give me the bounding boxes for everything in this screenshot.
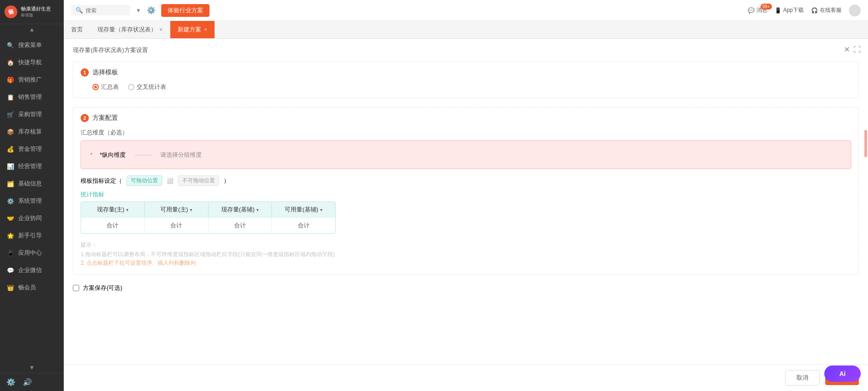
tab-inventory-status[interactable]: 现存量（库存状况表） ×: [90, 21, 170, 38]
main-area: 🔍 ▼ ⚙️ 体验行业方案 💬 消息 99+ 📱 App下载 🎧 在线客服: [64, 0, 868, 391]
panel-scrollbar[interactable]: [864, 130, 867, 157]
sidebar-item-sales[interactable]: 📋 销售管理: [0, 88, 64, 106]
stats-header-row: 现存量(主) ▾ 可用量(主) ▾ 现存量(基辅) ▾ 可用量(基辅): [81, 202, 335, 217]
dimension-placeholder[interactable]: 请选择分组维度: [160, 151, 202, 159]
sales-icon: 📋: [6, 93, 15, 101]
topbar-search-box[interactable]: 🔍: [71, 5, 130, 15]
step1-badge: 1: [81, 68, 89, 77]
content-panel: ✕ ⛶ 现存量(库存状况表)方案设置 1 选择模板 汇总表: [64, 39, 868, 364]
ai-button[interactable]: Ai: [824, 365, 861, 382]
topbar-dropdown[interactable]: ▼: [136, 7, 141, 14]
sidebar-item-finance[interactable]: 💰 资金管理: [0, 140, 64, 158]
save-checkbox[interactable]: [73, 285, 79, 291]
topbar-gear-icon[interactable]: ⚙️: [147, 6, 156, 15]
settings-footer-icon[interactable]: ⚙️: [6, 378, 15, 386]
radio-cross[interactable]: 交叉统计表: [128, 83, 166, 91]
col2-chevron[interactable]: ▾: [256, 207, 259, 212]
col1-chevron[interactable]: ▾: [190, 207, 192, 212]
stats-header-col-2[interactable]: 现存量(基辅) ▾: [209, 202, 272, 217]
stats-header-col-0[interactable]: 现存量(主) ▾: [81, 202, 145, 217]
customer-service-action[interactable]: 🎧 在线客服: [811, 6, 842, 14]
sidebar-item-label: 搜索菜单: [18, 41, 42, 49]
sidebar-item-search-menu[interactable]: 🔍 搜索菜单: [0, 36, 64, 54]
app-center-icon: 📱: [6, 249, 15, 257]
sidebar-scroll-up[interactable]: ▲: [0, 24, 64, 35]
metrics-setting-middle: ⬜: [167, 178, 174, 184]
sidebar-item-basic-info[interactable]: 🗂️ 基础信息: [0, 175, 64, 192]
cancel-button[interactable]: 取消: [785, 370, 820, 386]
sidebar-item-app-center[interactable]: 📱 应用中心: [0, 244, 64, 262]
dimension-box[interactable]: * *纵向维度 —— 请选择分组维度: [81, 140, 851, 169]
col1-label: 可用量(主): [160, 206, 188, 214]
sidebar-item-label: 系统管理: [18, 197, 42, 205]
vertical-label: *纵向维度: [100, 151, 126, 159]
avatar[interactable]: [849, 5, 861, 16]
tab-inventory-label: 现存量（库存状况表）: [97, 26, 157, 34]
dimension-separator: ——: [135, 150, 151, 159]
sidebar-item-label: 新手引导: [18, 232, 42, 240]
speaker-footer-icon[interactable]: 🔊: [23, 378, 32, 386]
step2-label: 方案配置: [92, 114, 118, 122]
finance-icon: 💰: [6, 145, 15, 153]
message-icon: 💬: [748, 7, 755, 14]
enterprise-icon: 🤝: [6, 214, 15, 222]
section-choose-template: 1 选择模板 汇总表 交叉统计表: [73, 62, 859, 98]
sidebar-item-label: 销售管理: [18, 93, 42, 101]
sidebar-item-enterprise[interactable]: 🤝 企业协同: [0, 210, 64, 227]
sidebar-item-system[interactable]: ⚙️ 系统管理: [0, 192, 64, 210]
app-download-action[interactable]: 📱 App下载: [775, 6, 804, 14]
sidebar-item-inventory[interactable]: 📦 库存核算: [0, 123, 64, 140]
sidebar-item-label: 企业微信: [18, 266, 42, 274]
stats-header-col-1[interactable]: 可用量(主) ▾: [145, 202, 209, 217]
sidebar-item-wechat[interactable]: 💬 企业微信: [0, 262, 64, 279]
panel-title: 现存量(库存状况表)方案设置: [73, 46, 859, 54]
logo-text: 畅康通好生意: [21, 5, 51, 12]
logo-badge: 标准版: [21, 12, 51, 18]
radio-summary-label: 汇总表: [101, 83, 119, 91]
sidebar-item-label: 库存核算: [18, 128, 42, 136]
metrics-setting-suffix: ）: [224, 177, 230, 185]
topbar-actions: 💬 消息 99+ 📱 App下载 🎧 在线客服: [748, 5, 861, 16]
app-download-icon: 📱: [775, 7, 781, 14]
sidebar-nav: 🔍 搜索菜单 🏠 快捷导航 🎁 营销推广 📋 销售管理 🛒 采购管理 📦 库存核…: [0, 35, 64, 362]
tips-title: 提示：: [81, 241, 851, 249]
col0-chevron[interactable]: ▾: [126, 207, 128, 212]
stats-body-col-2: 合计: [209, 218, 272, 233]
panel-expand-icon[interactable]: ⛶: [853, 46, 861, 54]
panel-close-icon[interactable]: ✕: [844, 45, 850, 54]
tab-close-new-plan[interactable]: ×: [204, 26, 207, 33]
trial-button[interactable]: 体验行业方案: [161, 4, 209, 17]
sidebar-footer: ⚙️ 🔊: [0, 373, 64, 391]
sidebar-item-marketing[interactable]: 🎁 营销推广: [0, 71, 64, 88]
app-download-label: App下载: [783, 6, 804, 14]
section-plan-config: 2 方案配置 汇总维度（必选） * *纵向维度 —— 请选择分组维度 模板指标设…: [73, 107, 859, 275]
tab-new-plan[interactable]: 新建方案 ×: [170, 21, 215, 38]
quick-nav-icon: 🏠: [6, 58, 15, 67]
messages-action[interactable]: 💬 消息 99+: [748, 6, 767, 14]
sidebar: 畅 畅康通好生意 标准版 ▲ 🔍 搜索菜单 🏠 快捷导航 🎁 营销推广 📋 销售…: [0, 0, 64, 391]
sidebar-item-quick-nav[interactable]: 🏠 快捷导航: [0, 54, 64, 71]
sidebar-item-business[interactable]: 📊 经营管理: [0, 158, 64, 175]
tab-home[interactable]: 首页: [64, 21, 90, 38]
col3-chevron[interactable]: ▾: [320, 207, 322, 212]
sidebar-logo: 畅 畅康通好生意 标准版: [0, 0, 64, 24]
stats-body-col-3: 合计: [272, 218, 335, 233]
stats-header-col-3[interactable]: 可用量(基辅) ▾: [272, 202, 335, 217]
sidebar-item-guide[interactable]: 🌟 新手引导: [0, 227, 64, 244]
sidebar-item-purchase[interactable]: 🛒 采购管理: [0, 106, 64, 123]
step2-badge: 2: [81, 114, 89, 122]
radio-cross-label: 交叉统计表: [137, 83, 166, 91]
radio-summary[interactable]: 汇总表: [92, 83, 119, 91]
tab-close-inventory[interactable]: ×: [159, 26, 163, 33]
tabbar: 首页 现存量（库存状况表） × 新建方案 ×: [64, 21, 868, 39]
sidebar-item-member[interactable]: 👑 畅会员: [0, 279, 64, 296]
sidebar-scroll-down[interactable]: ▼: [0, 362, 64, 373]
tips-item-0: 1.拖动标题栏可以调整布局，不可跨维度或指标区域拖动栏目字段(只能在同一维度或指…: [81, 251, 851, 258]
stats-body-col-1: 合计: [145, 218, 209, 233]
radio-dot-summary: [92, 84, 99, 90]
search-input[interactable]: [86, 7, 122, 14]
required-star: *: [90, 151, 92, 158]
tips-section: 提示： 1.拖动标题栏可以调整布局，不可跨维度或指标区域拖动栏目字段(只能在同一…: [81, 241, 851, 267]
no-drag-tag: 不可拖动位置: [178, 175, 219, 186]
headset-icon: 🎧: [811, 7, 818, 14]
